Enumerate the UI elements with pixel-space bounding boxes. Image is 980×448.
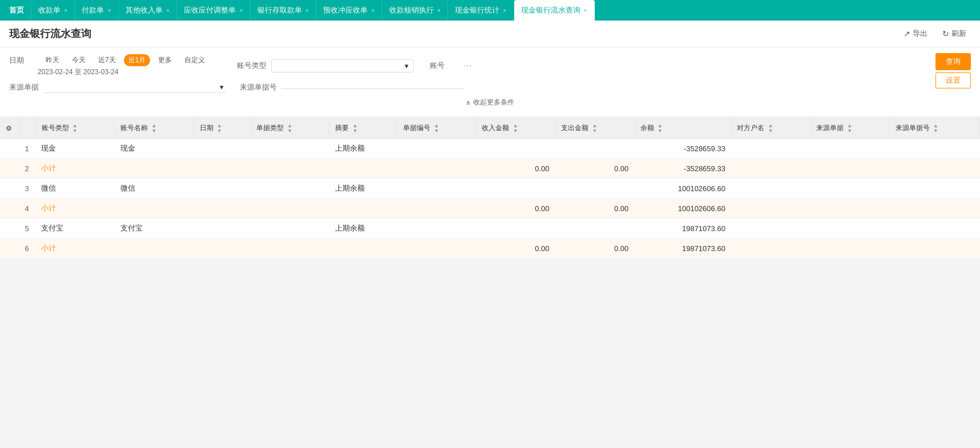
row-expense: 0.00 — [555, 159, 635, 179]
row-index: 6 — [18, 239, 35, 259]
th-index — [18, 119, 35, 139]
export-button[interactable]: ↗ 导出 — [899, 26, 932, 41]
date-filter-block: 日期 昨天 今天 近7天 近1月 更多 自定义 2023-02-24 至 202… — [9, 54, 209, 77]
nav-advance-receipt-label: 预收冲应收单 — [323, 5, 368, 15]
nav-bank-flow[interactable]: 现金银行流水查询 × — [514, 0, 595, 21]
sort-doc-no: ▲▼ — [434, 123, 439, 134]
row-expense: 0.00 — [555, 239, 635, 259]
th-account-name[interactable]: 账号名称 ▲▼ — [115, 119, 194, 139]
sort-source-doc-no: ▲▼ — [933, 123, 938, 134]
row-balance: 19871073.60 — [634, 219, 731, 239]
nav-bank-flow-close[interactable]: × — [584, 7, 587, 14]
source-doc-arrow: ▾ — [220, 83, 224, 91]
settings-button[interactable]: 设置 — [935, 72, 971, 88]
row-expense — [555, 139, 635, 159]
row-doc-type — [250, 179, 329, 199]
nav-bank-flow-label: 现金银行流水查询 — [521, 5, 580, 15]
row-source-doc-no — [889, 219, 979, 239]
row-source-doc-no — [889, 159, 979, 179]
th-counterpart[interactable]: 对方户名 ▲▼ — [731, 119, 810, 139]
date-opt-custom[interactable]: 自定义 — [180, 54, 209, 66]
row-index: 4 — [18, 199, 35, 219]
row-summary — [329, 159, 397, 179]
row-doc-type — [250, 159, 329, 179]
filter-area: 日期 昨天 今天 近7天 近1月 更多 自定义 2023-02-24 至 202… — [0, 47, 980, 117]
account-no-dots[interactable]: ··· — [463, 60, 472, 71]
nav-bank-stats[interactable]: 现金银行统计 × — [448, 0, 514, 21]
th-source-doc[interactable]: 来源单据 ▲▼ — [810, 119, 889, 139]
row-source-doc — [810, 159, 889, 179]
row-date — [193, 239, 250, 259]
row-income — [476, 219, 555, 239]
nav-payment[interactable]: 付款单 × — [75, 0, 118, 21]
nav-bank-deposit-close[interactable]: × — [305, 7, 309, 14]
source-doc-no-label: 来源单据号 — [240, 82, 277, 92]
refresh-button[interactable]: ↻ 刷新 — [938, 26, 971, 41]
data-table: ⚙ 账号类型 ▲▼ 账号名称 ▲▼ 日期 ▲▼ 单据类型 ▲▼ — [0, 118, 980, 259]
row-index: 5 — [18, 219, 35, 239]
collapse-icon: ∧ — [466, 99, 471, 107]
query-button[interactable]: 查询 — [935, 53, 971, 70]
source-doc-select[interactable]: ▾ — [43, 82, 226, 93]
nav-bank-deposit-label: 银行存取款单 — [257, 5, 302, 15]
account-type-arrow: ▾ — [405, 62, 409, 70]
th-account-type[interactable]: 账号类型 ▲▼ — [35, 119, 115, 139]
th-date[interactable]: 日期 ▲▼ — [193, 119, 250, 139]
th-balance[interactable]: 余额 ▲▼ — [634, 119, 731, 139]
nav-collection-exec[interactable]: 收款核销执行 × — [382, 0, 448, 21]
collapse-bar[interactable]: ∧ 收起更多条件 — [9, 95, 971, 112]
table-container: ⚙ 账号类型 ▲▼ 账号名称 ▲▼ 日期 ▲▼ 单据类型 ▲▼ — [0, 118, 980, 259]
nav-payment-close[interactable]: × — [107, 7, 111, 14]
th-source-doc-no[interactable]: 来源单据号 ▲▼ — [889, 119, 979, 139]
export-icon: ↗ — [904, 29, 910, 38]
refresh-icon: ↻ — [942, 29, 949, 38]
nav-adjustment-close[interactable]: × — [239, 7, 243, 14]
nav-collection-exec-close[interactable]: × — [437, 7, 441, 14]
row-account-type: 小计 — [35, 199, 115, 219]
nav-payment-label: 付款单 — [82, 5, 104, 15]
source-doc-no-input[interactable] — [281, 86, 464, 89]
source-doc-no-group: 来源单据号 — [240, 82, 464, 92]
row-date — [193, 199, 250, 219]
account-type-select[interactable]: ▾ — [271, 59, 414, 72]
date-opt-today[interactable]: 今天 — [67, 54, 90, 66]
date-opt-1month[interactable]: 近1月 — [124, 54, 151, 66]
nav-advance-receipt-close[interactable]: × — [371, 7, 374, 14]
th-doc-type[interactable]: 单据类型 ▲▼ — [250, 119, 329, 139]
date-opt-yesterday[interactable]: 昨天 — [41, 54, 64, 66]
th-income[interactable]: 收入金额 ▲▼ — [476, 119, 555, 139]
nav-collection-close[interactable]: × — [64, 7, 67, 14]
row-index: 1 — [18, 139, 35, 159]
nav-advance-receipt[interactable]: 预收冲应收单 × — [316, 0, 382, 21]
nav-collection[interactable]: 收款单 × — [31, 0, 75, 21]
nav-bank-deposit[interactable]: 银行存取款单 × — [251, 0, 316, 21]
row-expense — [555, 179, 635, 199]
page-title: 现金银行流水查询 — [9, 27, 91, 41]
row-account-type: 支付宝 — [35, 219, 115, 239]
sort-balance: ▲▼ — [658, 123, 663, 134]
th-settings[interactable]: ⚙ — [0, 119, 18, 139]
row-source-doc — [810, 179, 889, 199]
row-date — [193, 159, 250, 179]
nav-other-income-close[interactable]: × — [166, 7, 170, 14]
table-row: 3微信微信上期余额100102606.60 — [0, 179, 980, 199]
sort-income: ▲▼ — [513, 123, 518, 134]
row-account-name: 支付宝 — [115, 219, 194, 239]
row-source-doc — [810, 199, 889, 219]
row-doc-no — [397, 179, 476, 199]
nav-home[interactable]: 首页 — [2, 0, 31, 21]
row-source-doc — [810, 239, 889, 259]
th-summary[interactable]: 摘要 ▲▼ — [329, 119, 397, 139]
nav-bank-stats-close[interactable]: × — [503, 7, 506, 14]
row-source-doc — [810, 139, 889, 159]
row-account-name — [115, 199, 194, 219]
row-doc-no — [397, 139, 476, 159]
nav-other-income[interactable]: 其他收入单 × — [119, 0, 177, 21]
th-doc-no[interactable]: 单据编号 ▲▼ — [397, 119, 476, 139]
source-doc-label: 来源单据 — [9, 82, 39, 92]
sort-source-doc: ▲▼ — [847, 123, 852, 134]
nav-adjustment[interactable]: 应收应付调整单 × — [177, 0, 250, 21]
date-opt-7days[interactable]: 近7天 — [94, 54, 120, 66]
th-expense[interactable]: 支出金额 ▲▼ — [555, 119, 635, 139]
date-opt-more[interactable]: 更多 — [154, 54, 176, 66]
